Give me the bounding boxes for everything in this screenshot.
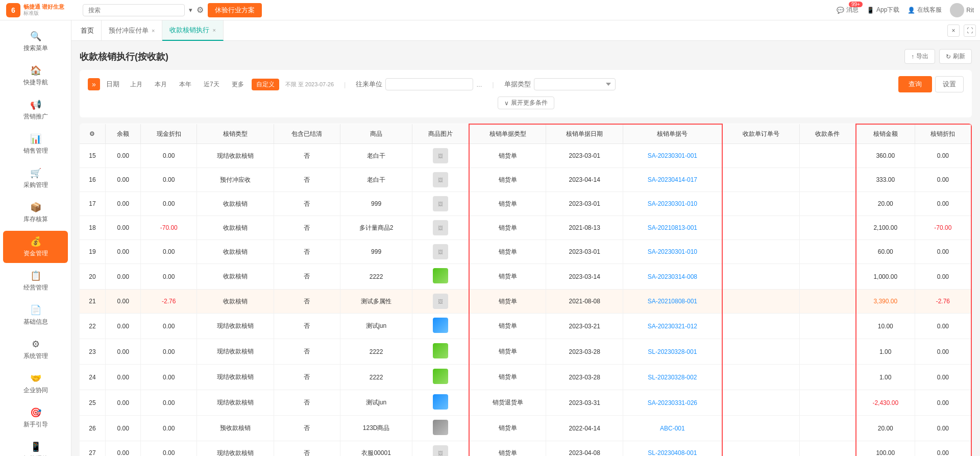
th-bill-type: 核销单据类型 (469, 124, 546, 144)
from-unit-group: 往来单位 ... (356, 78, 482, 90)
td-receipt-order (722, 264, 799, 290)
more-btn[interactable]: 更多 (227, 78, 249, 91)
custom-btn[interactable]: 自定义 (252, 79, 279, 90)
table-row: 20 0.00 0.00 收款核销 否 2222 销货单 2023-03-14 … (80, 264, 971, 290)
main-layout: 🔍 搜索菜单 🏠 快捷导航 📢 营销推广 📊 销售管理 🛒 采购管理 📦 库存核… (0, 20, 980, 456)
bill-no-link[interactable]: SA-20230414-017 (648, 176, 697, 183)
td-goods-img: 🖼 (412, 168, 469, 192)
tab-close-btn[interactable]: × (947, 25, 960, 37)
table-header-row: ⚙ 余额 现金折扣 核销类型 包含已结清 商品 商品图片 核销单据类型 核销单据… (80, 124, 971, 144)
td-id: 19 (80, 240, 105, 264)
tab-expand-btn[interactable]: ⛶ (964, 25, 976, 37)
last7-btn[interactable]: 近7天 (199, 78, 224, 91)
user-menu[interactable]: Rit (950, 3, 974, 17)
td-id: 25 (80, 390, 105, 416)
product-img-placeholder: 🖼 (433, 148, 448, 163)
sales-icon: 📊 (30, 133, 41, 145)
td-bill-no: SA-20230331-026 (623, 390, 722, 416)
table-row: 24 0.00 0.00 现结收款核销 否 2222 销货单 2023-03-2… (80, 365, 971, 390)
bill-no-link[interactable]: SA-20230321-012 (648, 323, 697, 330)
sidebar-item-system[interactable]: ⚙ 系统管理 (3, 333, 68, 366)
sidebar-item-inventory[interactable]: 📦 库存核算 (3, 197, 68, 229)
sidebar-item-nav[interactable]: 🏠 快捷导航 (3, 60, 68, 92)
gear-icon[interactable]: ⚙ (197, 5, 204, 15)
tab-home-label: 首页 (81, 26, 94, 35)
sidebar-item-basic[interactable]: 📄 基础信息 (3, 299, 68, 331)
gear-icon: ⚙ (89, 130, 95, 137)
expand-btn[interactable]: ∨ 展开更多条件 (498, 97, 554, 109)
top-bar-right: 💬 消息 99+ 📱 App下载 👤 在线客服 Rit (837, 3, 974, 17)
search-input[interactable] (83, 4, 185, 16)
td-goods-img: 🖼 (412, 240, 469, 264)
sidebar-item-hardware[interactable]: 📱 智能硬件 (3, 436, 68, 456)
td-include-settled: 否 (274, 365, 340, 390)
td-verify-type: 收款核销 (197, 264, 274, 290)
query-btn[interactable]: 查询 (898, 76, 932, 92)
top-bar-center: ▾ ⚙ 休验行业方案 (83, 3, 831, 17)
bill-no-link[interactable]: SA-20210813-001 (648, 224, 697, 231)
from-unit-input[interactable] (385, 78, 473, 90)
sidebar-item-collab[interactable]: 🤝 企业协同 (3, 368, 68, 400)
table-row: 22 0.00 0.00 现结收款核销 否 测试jun 销货单 2023-03-… (80, 314, 971, 339)
bill-no-link[interactable]: SA-20230301-010 (648, 248, 697, 255)
tab-verify-close[interactable]: × (212, 27, 215, 33)
sidebar-label-system: 系统管理 (23, 352, 48, 361)
message-btn[interactable]: 💬 消息 99+ (837, 6, 859, 14)
td-goods: 测试多属性 (340, 290, 412, 314)
filter-toggle-btn[interactable]: » (88, 78, 100, 90)
bill-no-link[interactable]: SA-20210808-001 (648, 298, 697, 305)
td-cash-discount: 0.00 (141, 144, 197, 168)
bill-no-link[interactable]: SL-20230328-001 (648, 348, 697, 355)
bill-no-link[interactable]: SA-20230331-026 (648, 399, 697, 406)
single-type-select[interactable] (534, 78, 616, 90)
expand-chevron-icon: ∨ (504, 100, 509, 107)
this-year-btn[interactable]: 本年 (175, 78, 196, 91)
td-verify-amount: 360.00 (856, 144, 915, 168)
online-service-btn[interactable]: 👤 在线客服 (908, 6, 942, 14)
td-verify-type: 收款核销 (197, 216, 274, 240)
tab-prepay[interactable]: 预付冲应付单 × (102, 20, 162, 41)
last-month-btn[interactable]: 上月 (126, 78, 147, 91)
td-bill-no: SA-20230301-010 (623, 192, 722, 216)
export-btn[interactable]: ↑ 导出 (904, 49, 935, 64)
refresh-icon: ↻ (946, 53, 951, 60)
th-gear[interactable]: ⚙ (80, 124, 105, 144)
sidebar-item-sales[interactable]: 📊 销售管理 (3, 128, 68, 160)
td-goods: 测试jun (340, 390, 412, 416)
product-img-green (433, 343, 448, 358)
td-include-settled: 否 (274, 314, 340, 339)
bill-no-link[interactable]: SA-20230314-008 (648, 273, 697, 280)
bill-no-link[interactable]: SA-20230301-001 (648, 152, 697, 159)
this-month-btn[interactable]: 本月 (150, 78, 172, 91)
td-receipt-condition (799, 416, 856, 441)
tab-prepay-close[interactable]: × (152, 28, 155, 34)
sidebar-label-finance: 资金管理 (23, 249, 48, 258)
sidebar-item-guide[interactable]: 🎯 新手引导 (3, 402, 68, 434)
sidebar-item-operations[interactable]: 📋 经营管理 (3, 265, 68, 297)
solution-btn[interactable]: 休验行业方案 (208, 3, 262, 17)
from-unit-dots[interactable]: ... (476, 81, 482, 88)
sidebar-item-finance[interactable]: 💰 资金管理 (3, 231, 68, 263)
bill-no-link[interactable]: ABC-001 (660, 425, 685, 432)
app-download-btn[interactable]: 📱 App下载 (867, 6, 899, 14)
bill-no-link[interactable]: SA-20230301-010 (648, 200, 697, 207)
tab-home[interactable]: 首页 (74, 20, 102, 41)
setting-btn[interactable]: 设置 (935, 76, 964, 92)
td-verify-discount: 0.00 (915, 416, 971, 441)
product-img-placeholder: 🖼 (433, 172, 448, 187)
sidebar-item-search[interactable]: 🔍 搜索菜单 (3, 26, 68, 58)
sidebar-label-basic: 基础信息 (23, 318, 48, 326)
bill-no-link[interactable]: SL-20230408-001 (648, 449, 697, 456)
refresh-btn[interactable]: ↻ 刷新 (939, 49, 972, 64)
dropdown-arrow[interactable]: ▾ (189, 6, 192, 14)
tab-verify[interactable]: 收款核销执行 × (162, 20, 223, 41)
date-group: 上月 本月 本年 近7天 更多 自定义 (126, 78, 279, 91)
td-verify-type: 收款核销 (197, 192, 274, 216)
table-container: ⚙ 余额 现金折扣 核销类型 包含已结清 商品 商品图片 核销单据类型 核销单据… (80, 124, 972, 456)
td-verify-amount: 3,390.00 (856, 290, 915, 314)
sidebar-item-marketing[interactable]: 📢 营销推广 (3, 94, 68, 126)
bill-no-link[interactable]: SL-20230328-002 (648, 374, 697, 381)
td-balance: 0.00 (105, 216, 140, 240)
sidebar-item-purchase[interactable]: 🛒 采购管理 (3, 162, 68, 195)
th-goods-img: 商品图片 (412, 124, 469, 144)
